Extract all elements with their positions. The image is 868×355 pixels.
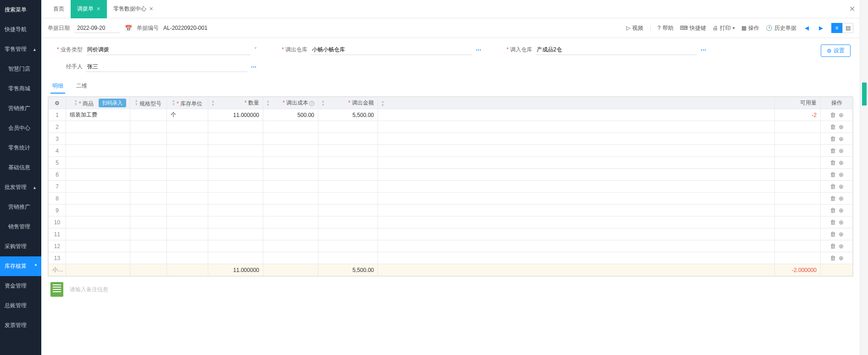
shortcut-link[interactable]: ⌨快捷键 [680, 24, 706, 32]
tab-零售数据中心[interactable]: 零售数据中心✕ [107, 0, 160, 18]
add-row-icon[interactable]: ⊕ [837, 147, 845, 154]
col-out-cost[interactable]: ▴▾调出成本? [263, 97, 318, 109]
settings-button[interactable]: ⚙设置 [821, 44, 851, 57]
handler-input[interactable] [86, 61, 247, 72]
table-row[interactable]: 11🗑⊕ [49, 228, 853, 240]
add-row-icon[interactable]: ⊕ [837, 231, 845, 238]
col-product[interactable]: ▴▾商品扫码录入 [66, 97, 130, 109]
view-list-button[interactable]: ≡ [831, 23, 842, 33]
table-row[interactable]: 9🗑⊕ [49, 205, 853, 216]
add-row-icon[interactable]: ⊕ [837, 195, 845, 202]
table-row[interactable]: 13🗑⊕ [49, 252, 853, 264]
sidebar-item-营销推广[interactable]: 营销推广 [0, 99, 41, 118]
delete-row-icon[interactable]: 🗑 [829, 195, 837, 202]
delete-row-icon[interactable]: 🗑 [829, 135, 837, 142]
col-available[interactable]: 可用量 [775, 97, 821, 109]
table-row[interactable]: 2🗑⊕ [49, 121, 853, 133]
table-row[interactable]: 7🗑⊕ [49, 181, 853, 193]
lookup-icon[interactable]: ⋯ [701, 47, 707, 53]
add-row-icon[interactable]: ⊕ [837, 135, 845, 142]
table-row[interactable]: 3🗑⊕ [49, 133, 853, 145]
sidebar-item-零售商城[interactable]: 零售商城 [0, 79, 41, 99]
add-row-icon[interactable]: ⊕ [837, 243, 845, 250]
table-row[interactable]: 1组装加工费个11.000000500.005,500.00-2🗑⊕ [49, 109, 853, 121]
sidebar-item-零售统计[interactable]: 零售统计 [0, 138, 41, 158]
col-unit[interactable]: ▴▾库存单位 [167, 97, 208, 109]
doc-date-input[interactable]: 2022-09-20 [74, 23, 120, 33]
chevron-down-icon[interactable]: ˅ [254, 47, 257, 53]
tab-调拨单[interactable]: 调拨单✕ [71, 0, 107, 18]
delete-row-icon[interactable]: 🗑 [829, 183, 837, 190]
table-row[interactable]: 5🗑⊕ [49, 157, 853, 169]
delete-row-icon[interactable]: 🗑 [829, 207, 837, 214]
sidebar-item-采购管理[interactable]: 采购管理 [0, 237, 41, 256]
delete-row-icon[interactable]: 🗑 [829, 123, 837, 130]
col-qty[interactable]: ▴▾数量 [208, 97, 263, 109]
biz-type-input[interactable] [86, 44, 250, 55]
out-wh-input[interactable] [311, 44, 472, 55]
delete-row-icon[interactable]: 🗑 [829, 243, 837, 250]
col-spec[interactable]: ▴▾规格型号 [130, 97, 167, 109]
sidebar-item-会员中心[interactable]: 会员中心 [0, 118, 41, 138]
add-row-icon[interactable]: ⊕ [837, 111, 845, 118]
add-row-icon[interactable]: ⊕ [837, 159, 845, 166]
close-icon[interactable]: ✕ [149, 6, 153, 12]
subtab-二维[interactable]: 二维 [74, 79, 89, 94]
sidebar-item-搜索菜单[interactable]: 搜索菜单 [0, 0, 41, 20]
help-link[interactable]: ?帮助 [657, 24, 673, 32]
sidebar-item-库存核算[interactable]: 库存核算◂ [0, 256, 41, 276]
note-icon[interactable] [50, 282, 63, 297]
table-row[interactable]: 6🗑⊕ [49, 169, 853, 181]
delete-row-icon[interactable]: 🗑 [829, 219, 837, 226]
add-row-icon[interactable]: ⊕ [837, 171, 845, 178]
sidebar-item-零售管理[interactable]: 零售管理▲ [0, 39, 41, 59]
prev-doc-button[interactable]: ◀ [803, 25, 811, 31]
scan-entry-button[interactable]: 扫码录入 [99, 99, 126, 107]
side-handle[interactable] [862, 83, 867, 105]
close-all-tabs-icon[interactable]: ✕ [849, 5, 855, 13]
table-row[interactable]: 8🗑⊕ [49, 193, 853, 205]
table-row[interactable]: 10🗑⊕ [49, 216, 853, 228]
print-link[interactable]: 🖨打印▾ [712, 24, 735, 32]
sidebar-item-发票管理[interactable]: 发票管理 [0, 316, 41, 335]
sidebar-item-智慧门店[interactable]: 智慧门店 [0, 59, 41, 79]
calendar-icon[interactable]: 📅 [125, 25, 132, 32]
subtab-明细[interactable]: 明细 [50, 79, 65, 94]
lookup-icon[interactable]: ⋯ [251, 64, 257, 70]
add-row-icon[interactable]: ⊕ [837, 219, 845, 226]
remark-input[interactable] [70, 286, 851, 293]
table-row[interactable]: 4🗑⊕ [49, 145, 853, 157]
field-out-warehouse: 调出仓库 ⋯ [275, 44, 482, 55]
table-settings-button[interactable]: ⚙ [49, 97, 66, 109]
video-link[interactable]: ▷视频 [626, 24, 643, 32]
close-icon[interactable]: ✕ [96, 6, 100, 12]
sidebar-item-销售管理[interactable]: 销售管理 [0, 217, 41, 237]
add-row-icon[interactable]: ⊕ [837, 183, 845, 190]
next-doc-button[interactable]: ▶ [817, 25, 825, 31]
delete-row-icon[interactable]: 🗑 [829, 231, 837, 238]
lookup-icon[interactable]: ⋯ [476, 47, 482, 53]
add-row-icon[interactable]: ⊕ [837, 255, 845, 261]
col-out-amount[interactable]: ▴▾调出金额 [318, 97, 378, 109]
add-row-icon[interactable]: ⊕ [837, 123, 845, 130]
view-card-button[interactable]: ▤ [842, 23, 853, 33]
sidebar-item-总账管理[interactable]: 总账管理 [0, 296, 41, 316]
delete-row-icon[interactable]: 🗑 [829, 159, 837, 166]
col-stretch: ▴▾ [378, 97, 775, 109]
sidebar-item-批发管理[interactable]: 批发管理▲ [0, 178, 41, 197]
sidebar-item-基础信息[interactable]: 基础信息 [0, 158, 41, 178]
add-row-icon[interactable]: ⊕ [837, 207, 845, 214]
delete-row-icon[interactable]: 🗑 [829, 111, 837, 118]
in-wh-input[interactable] [536, 44, 697, 55]
sidebar-item-快捷导航[interactable]: 快捷导航 [0, 20, 41, 39]
info-icon[interactable]: ? [309, 101, 314, 106]
sidebar-item-资金管理[interactable]: 资金管理 [0, 276, 41, 296]
delete-row-icon[interactable]: 🗑 [829, 171, 837, 178]
history-link[interactable]: 🕑历史单据 [766, 24, 796, 32]
operate-link[interactable]: ▦操作 [741, 24, 759, 32]
table-row[interactable]: 12🗑⊕ [49, 240, 853, 252]
delete-row-icon[interactable]: 🗑 [829, 255, 837, 261]
sidebar-item-营销推广[interactable]: 营销推广 [0, 197, 41, 217]
delete-row-icon[interactable]: 🗑 [829, 147, 837, 154]
tab-首页[interactable]: 首页 [47, 0, 71, 18]
